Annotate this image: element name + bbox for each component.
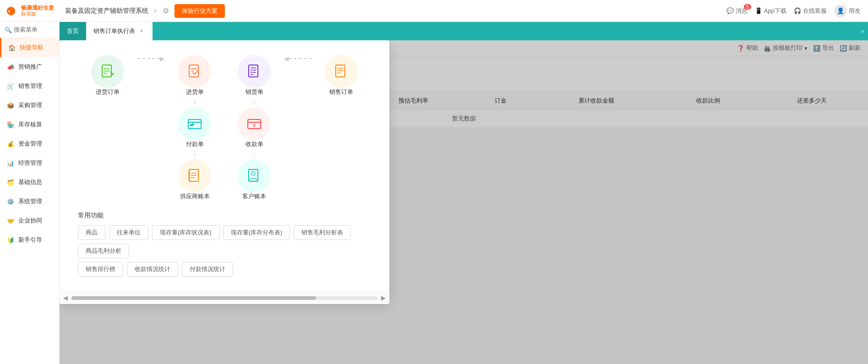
message-action[interactable]: 💬 消息 5 <box>726 7 748 15</box>
tab-home[interactable]: 首页 <box>60 22 86 40</box>
purchase-bill-label: 进货单 <box>186 88 204 96</box>
flow-node-payment[interactable]: ¥ 付款单 <box>178 107 211 148</box>
sidebar-item-quicknav[interactable]: 🏠 快捷导航 <box>0 38 59 57</box>
message-icon: 💬 <box>726 7 734 14</box>
online-service-action[interactable]: 🎧 在线客服 <box>794 7 827 15</box>
user-name: 用友 <box>849 7 861 15</box>
sidebar-item-system[interactable]: ⚙️ 系统管理 <box>0 192 59 211</box>
svg-rect-18 <box>249 65 258 77</box>
svg-text:¥: ¥ <box>191 121 194 126</box>
settings-icon[interactable]: ⚙ <box>163 6 169 15</box>
payment-icon: ¥ <box>178 107 211 140</box>
enterprise-icon: 🤝 <box>6 217 15 225</box>
sidebar-item-enterprise-label: 企业协同 <box>18 217 42 225</box>
sidebar-item-marketing-label: 营销推广 <box>18 63 42 71</box>
modal-overlay[interactable]: 进货订单 ▶ <box>60 40 868 364</box>
tab-bar-close[interactable]: × <box>861 28 864 35</box>
app-download-label: App下载 <box>764 7 786 15</box>
sidebar-item-system-label: 系统管理 <box>18 197 42 206</box>
btn-sales-ranking[interactable]: 销售排行榜 <box>78 262 123 277</box>
receipt-icon: ¥ <box>238 107 271 140</box>
scroll-right-btn[interactable]: ▶ <box>381 294 386 301</box>
finance-icon: 💰 <box>6 140 15 148</box>
flow-node-receipt[interactable]: ¥ 收款单 <box>238 107 271 148</box>
tab-sales-order-label: 销售订单执行表 <box>93 27 135 35</box>
scroll-thumb <box>71 296 316 300</box>
arrow-down-1: ↓ <box>193 98 197 105</box>
supplier-ledger-label: 供应商账本 <box>180 192 210 201</box>
common-btns-row1: 商品 往来单位 现存量(库存状况表) 现存量(库存分布表) 销售毛利分析表 商品… <box>78 225 371 258</box>
btn-product-margin[interactable]: 商品毛利分析 <box>78 244 129 258</box>
btn-product[interactable]: 商品 <box>78 225 105 240</box>
sidebar-item-inventory-label: 库存核算 <box>18 120 42 129</box>
home-icon: 🏠 <box>8 43 16 52</box>
arrow-sales-order-to-bill: ◀ <box>284 55 311 75</box>
flow-node-purchase-bill[interactable]: 进货单 <box>178 55 211 96</box>
operation-icon: 📊 <box>6 159 15 167</box>
marketing-icon: 📣 <box>6 63 15 71</box>
svg-text:¥: ¥ <box>252 123 256 128</box>
sales-bill-icon <box>238 55 271 88</box>
flow-col-sales: 销货单 ↓ ¥ <box>224 55 284 201</box>
app-download-action[interactable]: 📱 App下载 <box>755 7 786 15</box>
customer-ledger-label: 客户账本 <box>242 192 266 201</box>
flow-section: 进货订单 ▶ <box>60 40 389 212</box>
common-title: 常用功能 <box>78 212 371 220</box>
sidebar-item-inventory[interactable]: 🏪 库存核算 <box>0 115 59 134</box>
user-action[interactable]: 👤 用友 <box>834 5 861 17</box>
sidebar-item-basic-label: 基础信息 <box>18 178 42 186</box>
sidebar-item-finance[interactable]: 💰 资金管理 <box>0 134 59 153</box>
system-title: 装备及固定资产辅助管理系统 <box>65 7 148 15</box>
btn-inventory-status[interactable]: 现存量(库存状况表) <box>152 225 219 240</box>
customer-ledger-icon <box>238 159 271 192</box>
search-icon: 🔍 <box>5 27 12 33</box>
arrow-down-3: ↓ <box>252 98 256 105</box>
sales-icon: 🛒 <box>6 82 15 90</box>
btn-receipt-stat[interactable]: 收款情况统计 <box>127 262 178 277</box>
sidebar-nav: 🏠 快捷导航 📣 营销推广 🛒 销售管理 📦 采购管理 🏪 库存核 <box>0 38 59 364</box>
btn-payment-stat[interactable]: 付款情况统计 <box>182 262 233 277</box>
sidebar-item-sales[interactable]: 🛒 销售管理 <box>0 76 59 96</box>
sales-bill-label: 销货单 <box>246 88 263 96</box>
sidebar-item-enterprise[interactable]: 🤝 企业协同 <box>0 211 59 230</box>
sales-order-icon <box>325 55 358 88</box>
sidebar-item-basic[interactable]: 🗂️ 基础信息 <box>0 173 59 192</box>
scroll-track[interactable] <box>71 296 377 300</box>
flow-col-purchase: 进货单 ↓ <box>165 55 224 201</box>
sidebar: 🔍 搜索菜单 🏠 快捷导航 📣 营销推广 🛒 销售管理 📦 <box>0 22 60 364</box>
tab-close-icon[interactable]: × <box>138 27 145 35</box>
sidebar-item-marketing[interactable]: 📣 营销推广 <box>0 57 59 76</box>
avatar: 👤 <box>834 5 847 17</box>
svg-text:6: 6 <box>8 9 11 13</box>
flow-node-sales-bill[interactable]: 销货单 <box>238 55 271 96</box>
arrow-purchase-to-bill: ▶ <box>137 55 165 75</box>
svg-point-27 <box>251 172 255 175</box>
scroll-left-btn[interactable]: ◀ <box>63 294 68 301</box>
btn-contacts[interactable]: 往来单位 <box>109 225 148 240</box>
try-btn[interactable]: 体验行业方案 <box>175 4 225 18</box>
sidebar-item-finance-label: 资金管理 <box>18 140 42 148</box>
flow-node-sales-order[interactable]: 销售订单 <box>311 55 371 96</box>
tab-sales-order[interactable]: 销售订单执行表 × <box>86 22 153 40</box>
tab-home-label: 首页 <box>67 27 79 35</box>
sidebar-item-newuser[interactable]: 🔰 新手引导 <box>0 230 59 250</box>
purchase-order-label: 进货订单 <box>96 88 120 96</box>
arrow-down-4: ↓ <box>252 150 256 158</box>
flow-node-supplier-ledger[interactable]: 供应商账本 <box>178 159 211 201</box>
sidebar-item-purchase[interactable]: 📦 采购管理 <box>0 96 59 115</box>
service-icon: 🎧 <box>794 7 801 14</box>
flow-node-customer-ledger[interactable]: 客户账本 <box>238 159 271 201</box>
search-menu[interactable]: 🔍 搜索菜单 <box>0 22 59 38</box>
receipt-label: 收款单 <box>246 140 263 148</box>
online-service-label: 在线客服 <box>803 7 827 15</box>
tab-bar: 首页 销售订单执行表 × × <box>60 22 868 40</box>
flow-node-purchase-order[interactable]: 进货订单 <box>78 55 137 96</box>
payment-label: 付款单 <box>186 140 204 148</box>
sidebar-item-operation[interactable]: 📊 经营管理 <box>0 153 59 173</box>
purchase-icon: 📦 <box>6 101 15 109</box>
inventory-icon: 🏪 <box>6 120 15 129</box>
btn-inventory-dist[interactable]: 现存量(库存分布表) <box>223 225 290 240</box>
sales-order-label: 销售订单 <box>329 88 353 96</box>
btn-sales-margin[interactable]: 销售毛利分析表 <box>294 225 351 240</box>
sidebar-item-purchase-label: 采购管理 <box>18 101 42 109</box>
